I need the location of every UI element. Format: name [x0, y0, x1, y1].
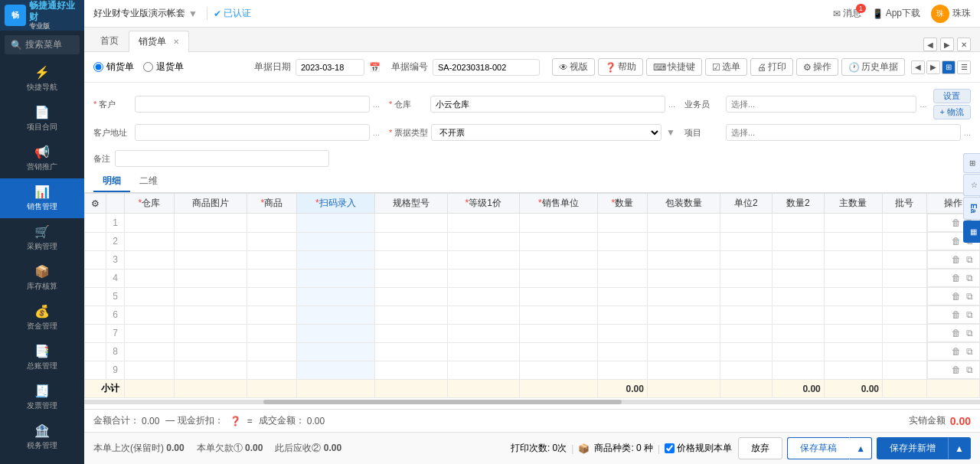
customer-dots[interactable]: ...: [373, 100, 380, 109]
return-radio-input[interactable]: [143, 62, 153, 72]
address-input[interactable]: [135, 124, 370, 141]
tab-sales-order[interactable]: 销货单 ✕: [129, 31, 189, 52]
row-main-qty[interactable]: [824, 269, 882, 287]
sidebar-item-project[interactable]: 📄 项目合同: [0, 99, 84, 139]
row-copy-icon[interactable]: ⧉: [964, 309, 976, 321]
row-batch[interactable]: [883, 287, 927, 306]
row-delete-icon[interactable]: 🗑: [950, 290, 962, 302]
op-button[interactable]: ⚙ 操作: [796, 58, 838, 76]
row-delete-icon[interactable]: 🗑: [950, 272, 962, 284]
row-pack-qty[interactable]: [647, 361, 720, 380]
setup-button[interactable]: 设置: [933, 89, 971, 103]
row-product[interactable]: [247, 214, 296, 233]
row-main-qty[interactable]: [824, 250, 882, 269]
row-unit[interactable]: [519, 287, 597, 306]
search-menu-button[interactable]: 🔍 搜索菜单: [5, 35, 80, 54]
row-product[interactable]: [247, 324, 296, 342]
sidebar-item-tax[interactable]: 🏦 税务管理: [0, 417, 84, 457]
warehouse-input[interactable]: [430, 96, 665, 113]
row-unit2[interactable]: [720, 250, 772, 269]
row-barcode[interactable]: [296, 324, 374, 342]
sidebar-item-sales[interactable]: 📊 销售管理: [0, 178, 84, 218]
prev-record-button[interactable]: ◀: [911, 60, 925, 74]
row-qty2[interactable]: [772, 232, 824, 250]
row-pack-qty[interactable]: [647, 214, 720, 233]
row-pack-qty[interactable]: [647, 287, 720, 306]
row-main-qty[interactable]: [824, 232, 882, 250]
row-main-qty[interactable]: [824, 324, 882, 342]
print-button[interactable]: 🖨 打印: [750, 58, 793, 76]
sidebar-item-ledger[interactable]: 📑 总账管理: [0, 338, 84, 377]
row-barcode[interactable]: [296, 306, 374, 324]
row-spec[interactable]: [374, 287, 447, 306]
price-rule-checkbox[interactable]: 价格规则本单: [665, 442, 732, 455]
sidebar-item-quicknav[interactable]: ⚡ 快捷导航: [0, 59, 84, 99]
row-main-qty[interactable]: [824, 361, 882, 380]
row-delete-icon[interactable]: 🗑: [950, 364, 962, 376]
row-delete-icon[interactable]: 🗑: [950, 309, 962, 321]
row-copy-icon[interactable]: ⧉: [964, 272, 976, 284]
horizontal-scrollbar[interactable]: [84, 400, 980, 404]
row-copy-icon[interactable]: ⧉: [964, 290, 976, 302]
row-warehouse[interactable]: [125, 324, 175, 342]
row-qty[interactable]: [597, 269, 647, 287]
invoice-select[interactable]: 不开票 增值税普通发票 增值税专用发票: [431, 124, 662, 141]
row-qty[interactable]: [597, 250, 647, 269]
customer-input[interactable]: [135, 96, 370, 113]
tab-home[interactable]: 首页: [90, 30, 129, 51]
order-no-input[interactable]: [433, 59, 540, 76]
row-spec[interactable]: [374, 361, 447, 380]
row-unit[interactable]: [519, 342, 597, 361]
salesperson-dots[interactable]: ...: [920, 100, 926, 109]
row-unit[interactable]: [519, 250, 597, 269]
row-price1[interactable]: [447, 342, 519, 361]
tab-2d[interactable]: 二维: [130, 172, 167, 192]
row-unit2[interactable]: [720, 361, 772, 380]
right-panel-btn2[interactable]: ☆: [963, 174, 980, 196]
row-main-qty[interactable]: [824, 306, 882, 324]
row-batch[interactable]: [883, 269, 927, 287]
row-delete-icon[interactable]: 🗑: [950, 217, 962, 229]
row-spec[interactable]: [374, 306, 447, 324]
row-pack-qty[interactable]: [647, 269, 720, 287]
row-unit[interactable]: [519, 324, 597, 342]
history-button[interactable]: 🕐 历史单据: [841, 58, 905, 76]
row-spec[interactable]: [374, 250, 447, 269]
help-button[interactable]: ❓ 帮助: [598, 58, 643, 76]
row-product[interactable]: [247, 232, 296, 250]
address-dots[interactable]: ...: [373, 128, 380, 137]
calendar-icon[interactable]: 📅: [369, 62, 381, 73]
row-spec[interactable]: [374, 269, 447, 287]
row-unit2[interactable]: [720, 214, 772, 233]
tab-next-button[interactable]: ▶: [940, 38, 954, 51]
help-circle-icon[interactable]: ❓: [230, 416, 241, 426]
save-new-arrow[interactable]: ▲: [948, 437, 971, 459]
row-unit[interactable]: [519, 306, 597, 324]
row-product[interactable]: [247, 306, 296, 324]
row-barcode[interactable]: [296, 342, 374, 361]
row-qty2[interactable]: [772, 361, 824, 380]
message-button[interactable]: ✉ 消息 1: [833, 7, 861, 20]
row-warehouse[interactable]: [125, 361, 175, 380]
row-price1[interactable]: [447, 232, 519, 250]
list-view-button[interactable]: ☰: [957, 60, 971, 74]
row-unit[interactable]: [519, 214, 597, 233]
row-copy-icon[interactable]: ⧉: [964, 345, 976, 358]
row-main-qty[interactable]: [824, 214, 882, 233]
sale-radio-input[interactable]: [93, 62, 103, 72]
row-barcode[interactable]: [296, 250, 374, 269]
th-barcode[interactable]: *扫码录入: [296, 194, 374, 214]
sidebar-item-finance[interactable]: 💰 资金管理: [0, 298, 84, 338]
row-product[interactable]: [247, 342, 296, 361]
row-main-qty[interactable]: [824, 342, 882, 361]
row-price1[interactable]: [447, 324, 519, 342]
row-batch[interactable]: [883, 361, 927, 380]
row-qty[interactable]: [597, 342, 647, 361]
row-unit2[interactable]: [720, 269, 772, 287]
tab-close-icon[interactable]: ✕: [173, 38, 179, 46]
row-product[interactable]: [247, 287, 296, 306]
row-pack-qty[interactable]: [647, 324, 720, 342]
row-barcode[interactable]: [296, 287, 374, 306]
row-batch[interactable]: [883, 250, 927, 269]
row-unit2[interactable]: [720, 324, 772, 342]
